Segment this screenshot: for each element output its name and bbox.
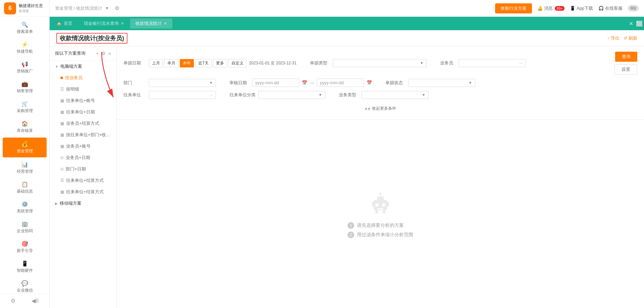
biz-type-select[interactable]: ▼ (362, 91, 429, 99)
page-actions: ↑ 导出 ↺ 刷新 (607, 35, 638, 41)
dept-select[interactable]: ▼ (149, 79, 216, 87)
empty-step-2: 2 用过滤条件来缩小分析范围 (347, 232, 413, 238)
tab-bank[interactable]: 现金银行流水查询 ✕ (78, 18, 129, 29)
biz-type-group: 业务类型 ▼ (339, 91, 429, 99)
sidebar-item-enterprise[interactable]: 🏢 企业协同 (0, 217, 49, 237)
main: 资金管理 / 收款情况统计 ▼ ⚙ 体验行业方案 🔔 消息 99+ 📱 App下… (50, 0, 644, 308)
dept-date-icon: ⊙ (60, 167, 64, 171)
query-button[interactable]: 查询 (615, 52, 637, 62)
headset-icon: 🎧 (598, 6, 604, 11)
sidebar-item-basic[interactable]: 📋 基础信息 (0, 178, 49, 198)
sidebar-item-purchase[interactable]: 🛒 采购管理 (0, 97, 49, 117)
filter-row-2: 部门 ▼ 审核日期 yyyy-mm-dd 📅 — yyyy-mm-dd (123, 79, 637, 87)
sidebar-item-marketing[interactable]: 📢 营销推广 (0, 58, 49, 78)
desktop-group-header[interactable]: ▼ 电脑端方案 (50, 61, 116, 72)
close-window-icon[interactable]: ✕ (629, 20, 633, 27)
svg-rect-5 (372, 202, 374, 207)
calendar-from-icon[interactable]: 📅 (302, 80, 307, 85)
scheme-by-salesperson[interactable]: 按业务员 (50, 72, 116, 84)
scheme-supplier-dept[interactable]: ▦ 按往来单位+部门+收... (50, 129, 116, 141)
step-1-num: 1 (347, 222, 354, 229)
collapse-panel-icon[interactable]: « (108, 51, 111, 56)
collapse-sidebar-icon[interactable]: ◀II (32, 298, 39, 304)
counterpart-select[interactable]: ··· (149, 91, 216, 99)
collapse-bar[interactable]: ∧∧ 收起更多条件 (123, 103, 637, 114)
empty-steps: 1 请先选择要分析的方案 2 用过滤条件来缩小分析范围 (347, 222, 413, 238)
refresh-button[interactable]: ↺ 刷新 (624, 35, 637, 41)
notification-group[interactable]: 🔔 消息 99+ (537, 5, 565, 11)
header-settings-icon[interactable]: ⚙ (115, 5, 119, 11)
scheme-supplier-settlement1[interactable]: ☰ 往来单位+结算方式 (50, 175, 116, 186)
scheme-dept-date[interactable]: ⊙ 部门+日期 (50, 163, 116, 175)
sidebar-item-wechat[interactable]: 💬 企业微信 (0, 277, 49, 293)
svg-rect-1 (377, 197, 384, 201)
date-btn-7days[interactable]: 近7天 (195, 59, 212, 67)
svg-rect-4 (377, 208, 384, 209)
date-btn-custom[interactable]: 自定义 (228, 59, 247, 67)
sidebar-item-sales[interactable]: 💼 销售管理 (0, 78, 49, 97)
window-controls: ✕ ⬜ (629, 20, 643, 27)
scheme-by-detail[interactable]: ☰ 按明细 (50, 84, 116, 95)
doc-type-select[interactable]: ▼ (333, 59, 427, 67)
page-header: 收款情况统计(按业务员) ↑ 导出 ↺ 刷新 (50, 30, 644, 46)
sidebar-item-hardware[interactable]: 📱 智能硬件 (0, 257, 49, 277)
audit-date-to[interactable]: yyyy-mm-dd (317, 79, 364, 87)
dropdown-icon[interactable]: ▼ (105, 6, 109, 11)
tab-home[interactable]: 🏠 首页 (51, 18, 78, 29)
scheme-supplier-date[interactable]: ▦ 往来单位+日期 (50, 106, 116, 118)
tab-receipt[interactable]: 收款情况统计 ✕ (130, 18, 172, 29)
date-range-text: 2023-01-01 至 2023-12-31 (249, 60, 297, 66)
counterpart-category-select[interactable]: ▼ (258, 91, 325, 99)
doc-status-select[interactable]: ▼ (408, 79, 475, 87)
sidebar-item-search[interactable]: 🔍 搜索菜单 (0, 18, 49, 38)
settings-button[interactable]: 设置 (614, 64, 637, 74)
finance-icon: 💰 (21, 141, 28, 147)
settings-bottom-icon[interactable]: ⚙ (11, 298, 15, 304)
scheme-supplier-settlement2[interactable]: ▦ 往来单位+结算方式 (50, 186, 116, 198)
supplier-account-icon: ▦ (60, 98, 64, 103)
sidebar-item-system[interactable]: ⚙️ 系统管理 (0, 198, 49, 217)
scheme-salesperson-date[interactable]: ⊙ 业务员+日期 (50, 152, 116, 163)
doc-type-arrow-icon: ▼ (420, 61, 424, 65)
user-avatar-group[interactable]: Rit (628, 5, 639, 11)
calendar-to-icon[interactable]: 📅 (367, 80, 372, 85)
sidebar-item-operation[interactable]: 📊 经营管理 (0, 158, 49, 178)
sidebar-item-quick[interactable]: ⚡ 快捷导航 (0, 38, 49, 58)
trial-button[interactable]: 体验行业方案 (495, 3, 532, 13)
scheme-salesperson-settlement[interactable]: ▦ 业务员+结算方式 (50, 118, 116, 129)
mobile-group-header[interactable]: ▶ 移动端方案 (50, 198, 116, 209)
audit-date-label: 审核日期 (229, 80, 250, 86)
salesperson-more-icon[interactable]: ··· (519, 61, 523, 65)
sidebar-item-inventory[interactable]: 🏠 库存核算 (0, 117, 49, 137)
purchase-icon: 🛒 (21, 101, 28, 107)
export-button[interactable]: ↑ 导出 (607, 35, 620, 41)
svg-rect-8 (383, 210, 385, 213)
date-btn-this-year[interactable]: 本年 (180, 59, 194, 67)
date-btn-more[interactable]: 更多 (213, 59, 227, 67)
date-btn-this-month[interactable]: 本月 (164, 59, 178, 67)
scheme-supplier-account[interactable]: ▦ 往来单位+账号 (50, 95, 116, 106)
scheme-settings-icon[interactable]: ⚙ (101, 51, 106, 56)
scheme-salesperson-account[interactable]: ▦ 业务员+账号 (50, 141, 116, 152)
sidebar-bottom: ⚙ ◀II (0, 293, 49, 308)
tab-bank-close[interactable]: ✕ (121, 21, 124, 26)
quick-icon: ⚡ (21, 41, 28, 48)
tab-receipt-close[interactable]: ✕ (164, 21, 167, 26)
counterpart-more-icon[interactable]: ··· (210, 93, 213, 97)
sidebar-item-finance[interactable]: 💰 资金管理 (3, 138, 47, 157)
date-btn-last-month[interactable]: 上月 (149, 59, 163, 67)
add-scheme-icon[interactable]: + (96, 51, 99, 56)
audit-date-from[interactable]: yyyy-mm-dd (252, 79, 299, 87)
sidebar-item-guide[interactable]: 🎯 新手引导 (0, 237, 49, 257)
search-icon: 🔍 (21, 21, 28, 28)
online-service-group[interactable]: 🎧 在线客服 (598, 5, 623, 11)
salesperson-select[interactable]: ··· (459, 59, 526, 67)
detail-icon: ☰ (60, 87, 64, 92)
app-download-group[interactable]: 📱 App下载 (570, 5, 593, 11)
mobile-arrow-right: ▶ (55, 202, 58, 205)
counterpart-category-arrow-icon: ▼ (318, 93, 322, 97)
salesperson-account-icon: ▦ (60, 144, 64, 149)
export-icon: ↑ (607, 36, 610, 41)
salesperson-label: 业务员 (440, 60, 453, 65)
maximize-window-icon[interactable]: ⬜ (636, 20, 643, 27)
